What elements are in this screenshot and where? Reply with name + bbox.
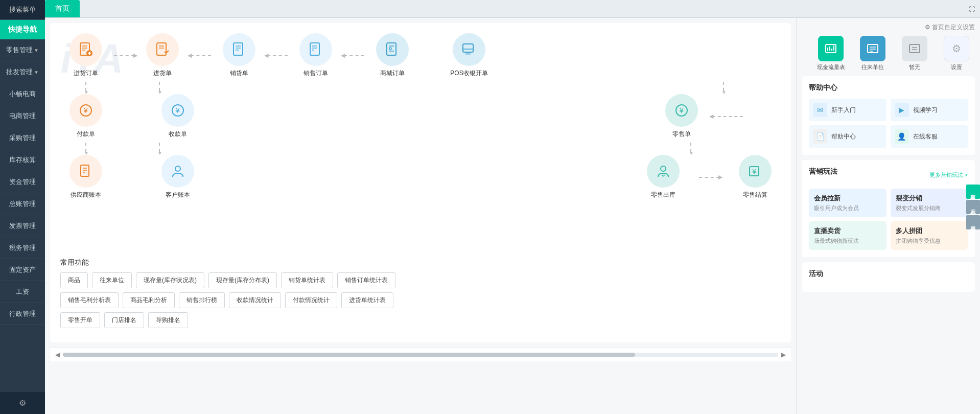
func-btn-guide-rank[interactable]: 导购排名 bbox=[148, 312, 188, 328]
tab-bar-right: ⛶ bbox=[969, 5, 980, 13]
content-area: iTA 进货订单 ▶ bbox=[45, 18, 980, 414]
scroll-thumb bbox=[63, 353, 635, 357]
marketing-header: 营销玩法 更多营销玩法 > bbox=[809, 167, 968, 182]
fullscreen-button[interactable]: ⛶ bbox=[969, 6, 975, 13]
activity-section: 活动 bbox=[802, 262, 975, 292]
quick-icon-cashflow[interactable]: 现金流量表 bbox=[812, 36, 849, 71]
node-sales[interactable]: 销货单 bbox=[214, 33, 265, 78]
marketing-item-live[interactable]: 直播卖货 场景式购物新玩法 bbox=[809, 221, 886, 250]
common-functions: 常用功能 商品 往来单位 现存量(库存状况表) 现存量(库存分布表) 销货单统计… bbox=[60, 258, 781, 328]
chevron-down-icon: ▼ bbox=[34, 70, 39, 75]
scroll-right-arrow[interactable]: ▶ bbox=[781, 351, 786, 358]
func-btn-purchase-stat[interactable]: 进货单统计表 bbox=[341, 292, 393, 308]
node-retail-settle[interactable]: ¥ 零售结算 bbox=[730, 155, 781, 199]
help-item-video[interactable]: ▶ 视频学习 bbox=[891, 99, 968, 121]
sidebar-item-inventory[interactable]: 库存核算 bbox=[0, 149, 45, 171]
func-btn-stock-status[interactable]: 现存量(库存状况表) bbox=[136, 272, 204, 288]
left-panel: iTA 进货订单 ▶ bbox=[45, 18, 796, 414]
doc-icon: 📄 bbox=[813, 129, 827, 144]
node-circle-sales bbox=[223, 33, 255, 66]
common-func-title: 常用功能 bbox=[60, 258, 781, 267]
sidebar-item-invoice[interactable]: 发票管理 bbox=[0, 215, 45, 237]
float-btn-community[interactable]: 服务社区 bbox=[966, 200, 980, 214]
svg-rect-7 bbox=[157, 43, 166, 55]
help-item-center[interactable]: 📄 帮助中心 bbox=[809, 125, 886, 148]
marketing-grid: 会员拉新 吸引用户成为会员 裂变分销 裂变式发展分销商 直播卖货 场景式购物新玩… bbox=[809, 189, 968, 250]
svg-text:¥: ¥ bbox=[83, 106, 88, 114]
sidebar-item-assets[interactable]: 固定资产 bbox=[0, 259, 45, 281]
func-btn-sales-rank[interactable]: 销售排行榜 bbox=[179, 292, 225, 308]
func-btn-product[interactable]: 商品 bbox=[60, 272, 88, 288]
sidebar-item-purchase[interactable]: 采购管理 bbox=[0, 127, 45, 149]
marketing-item-member[interactable]: 会员拉新 吸引用户成为会员 bbox=[809, 189, 886, 217]
flow-diagram: 进货订单 ▶ 进货单 bbox=[60, 33, 781, 253]
play-icon: ▶ bbox=[895, 103, 909, 117]
sidebar-item-admin[interactable]: 行政管理 bbox=[0, 303, 45, 325]
float-btn-service[interactable]: 客服热线 bbox=[966, 185, 980, 199]
node-sales-order[interactable]: 销售订单 bbox=[290, 33, 341, 78]
node-retail-out[interactable]: 零售出库 bbox=[638, 155, 689, 199]
help-item-online[interactable]: 👤 在线客服 bbox=[891, 125, 968, 148]
homepage-customize-label[interactable]: ⚙ 首页自定义设置 bbox=[812, 23, 975, 32]
node-mall-order[interactable]: 商城订单 bbox=[367, 33, 418, 78]
node-retail-order[interactable]: ¥ 零售单 bbox=[656, 94, 707, 139]
svg-text:¥: ¥ bbox=[175, 106, 180, 114]
node-circle-sales-order bbox=[299, 33, 332, 66]
node-collection[interactable]: ¥ 收款单 bbox=[152, 94, 203, 139]
node-pos[interactable]: POS收银开单 bbox=[444, 33, 495, 78]
node-circle-retail-out bbox=[647, 155, 680, 188]
func-btn-sales-order-stat[interactable]: 销售订单统计表 bbox=[337, 272, 395, 288]
sidebar-item-ecommerce-small[interactable]: 小畅电商 bbox=[0, 83, 45, 105]
node-customer-ledger[interactable]: 客户账本 bbox=[152, 155, 203, 199]
node-circle-supplier-ledger bbox=[69, 155, 102, 188]
quick-icon-settings[interactable]: ⚙ 设置 bbox=[938, 36, 975, 71]
person-icon: 👤 bbox=[895, 129, 909, 144]
sidebar-item-wholesale[interactable]: 批发管理 ▼ bbox=[0, 61, 45, 83]
tab-home[interactable]: 首页 bbox=[45, 0, 80, 17]
sidebar-item-ledger[interactable]: 总账管理 bbox=[0, 193, 45, 215]
node-purchase[interactable]: 进货单 bbox=[137, 33, 188, 78]
node-circle-purchase-order bbox=[69, 33, 102, 66]
sidebar-item-ecommerce[interactable]: 电商管理 bbox=[0, 105, 45, 127]
help-item-beginner[interactable]: ✉ 新手入门 bbox=[809, 99, 886, 121]
func-btn-store-rank[interactable]: 门店排名 bbox=[104, 312, 144, 328]
sidebar-item-finance[interactable]: 资金管理 bbox=[0, 171, 45, 193]
func-buttons-row3: 零售开单 门店排名 导购排名 bbox=[60, 312, 781, 328]
float-btn-desktop[interactable]: 桌面快捷 bbox=[966, 215, 980, 229]
node-circle-collection: ¥ bbox=[161, 94, 194, 127]
sidebar-item-tax[interactable]: 税务管理 bbox=[0, 237, 45, 259]
svg-point-35 bbox=[175, 166, 180, 171]
node-supplier-ledger[interactable]: 供应商账本 bbox=[60, 155, 111, 199]
sidebar-search[interactable]: 搜索菜单 bbox=[0, 0, 45, 20]
node-payment[interactable]: ¥ 付款单 bbox=[60, 94, 111, 139]
horizontal-scrollbar[interactable]: ◀ ▶ bbox=[50, 348, 791, 361]
quick-icon-none[interactable]: 暂无 bbox=[896, 36, 933, 71]
func-btn-payment-stat[interactable]: 付款情况统计 bbox=[285, 292, 337, 308]
svg-point-20 bbox=[389, 48, 391, 50]
func-btn-collection-stat[interactable]: 收款情况统计 bbox=[229, 292, 281, 308]
func-btn-sales-margin[interactable]: 销售毛利分析表 bbox=[60, 292, 119, 308]
help-grid: ✉ 新手入门 ▶ 视频学习 📄 帮助中心 👤 在线客服 bbox=[809, 99, 968, 148]
marketing-item-group[interactable]: 多人拼团 拼团购物享受优惠 bbox=[891, 221, 968, 250]
func-btn-product-margin[interactable]: 商品毛利分析 bbox=[123, 292, 175, 308]
node-circle-payment: ¥ bbox=[69, 94, 102, 127]
func-btn-stock-dist[interactable]: 现存量(库存分布表) bbox=[208, 272, 277, 288]
node-purchase-order[interactable]: 进货订单 bbox=[60, 33, 111, 78]
settings-icon: ⚙ bbox=[944, 36, 969, 61]
flow-card: 进货订单 ▶ 进货单 bbox=[50, 23, 791, 342]
marketing-item-fission[interactable]: 裂变分销 裂变式发展分销商 bbox=[891, 189, 968, 217]
svg-rect-14 bbox=[310, 43, 319, 55]
quick-icon-partner[interactable]: 往来单位 bbox=[854, 36, 891, 71]
func-btn-partner[interactable]: 往来单位 bbox=[92, 272, 132, 288]
scroll-track[interactable] bbox=[63, 353, 778, 357]
func-buttons-row2: 销售毛利分析表 商品毛利分析 销售排行榜 收款情况统计 付款情况统计 进货单统计… bbox=[60, 292, 781, 308]
func-btn-retail-open[interactable]: 零售开单 bbox=[60, 312, 100, 328]
sidebar-item-payroll[interactable]: 工资 bbox=[0, 281, 45, 303]
svg-rect-31 bbox=[81, 165, 89, 176]
marketing-more-link[interactable]: 更多营销玩法 > bbox=[929, 171, 968, 179]
func-btn-sales-stat[interactable]: 销货单统计表 bbox=[281, 272, 333, 288]
sidebar-item-retail[interactable]: 零售管理 ▼ bbox=[0, 39, 45, 61]
sidebar-settings[interactable]: ⚙ bbox=[0, 392, 45, 414]
svg-rect-22 bbox=[463, 44, 473, 52]
scroll-left-arrow[interactable]: ◀ bbox=[55, 351, 60, 358]
